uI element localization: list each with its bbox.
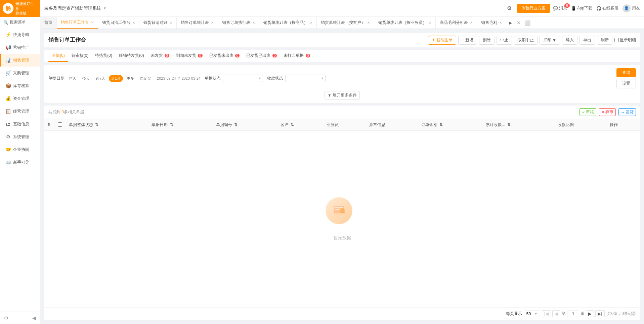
tab-sales-total-customer[interactable]: 销货单统计表（按客户） ✕ xyxy=(317,17,374,29)
sidebar-search[interactable]: 🔍 搜索菜单 xyxy=(0,17,40,28)
unreview-button[interactable]: ✕ 弃审 xyxy=(599,108,616,116)
display-detail-checkbox[interactable]: 显示明细 xyxy=(614,37,636,43)
date-range-display: 2023-02-24 至 2023-03-24 xyxy=(157,76,201,81)
sort-amount-icon[interactable]: ⇅ xyxy=(439,122,443,127)
tab-close-sales-exec[interactable]: ✕ xyxy=(252,21,255,25)
tab-restore-button[interactable]: ⬜ xyxy=(523,20,532,26)
expand-conditions-button[interactable]: ▼ 展开更多条件 xyxy=(325,91,360,99)
filter-tab-overdue-not-shipped[interactable]: 到期未发货 0 xyxy=(173,50,206,62)
sort-collected-icon[interactable]: ⇅ xyxy=(507,122,511,127)
inventory-icon: 📦 xyxy=(5,83,11,89)
sidebar-item-basic[interactable]: 🗂 基础信息 xyxy=(0,118,40,130)
export-button[interactable]: 导出 xyxy=(579,36,595,45)
topbar-settings-icon[interactable]: ⚙ xyxy=(505,4,514,13)
tab-close-sales-gross[interactable]: ✕ xyxy=(499,21,502,25)
logo-text: 畅捷通好生意 标准版 xyxy=(15,1,37,16)
date-today[interactable]: 今天 xyxy=(80,75,92,82)
setting-button[interactable]: 设置 xyxy=(616,79,636,88)
sort-number-icon[interactable]: ⇅ xyxy=(234,122,238,127)
tab-cashreconcile[interactable]: 钱货日清对账 ✕ xyxy=(139,17,177,29)
tab-close-sales-total-customer[interactable]: ✕ xyxy=(367,21,370,25)
sidebar-item-finance[interactable]: 💰 资金管理 xyxy=(0,92,40,105)
finance-icon: 💰 xyxy=(5,95,11,102)
settings-icon[interactable]: ⚙ xyxy=(4,315,8,321)
tab-close-sales-total-product[interactable]: ✕ xyxy=(310,21,312,25)
sidebar-item-purchase[interactable]: 🛒 采购管理 xyxy=(0,67,40,79)
tab-close-sales-workbench[interactable]: ✕ xyxy=(91,21,94,24)
tab-sales-gross[interactable]: 销售毛利 ✕ xyxy=(477,17,506,29)
page-first-button[interactable]: |◀ xyxy=(542,310,551,317)
tab-sales-total-staff[interactable]: 销货单统计表（按业务员） ✕ xyxy=(374,17,436,29)
ship-button[interactable]: → 发货 xyxy=(618,108,636,116)
tab-close-sales-stat[interactable]: ✕ xyxy=(211,21,214,25)
tab-cashday[interactable]: 钱货日清工作台 ✕ xyxy=(98,17,139,29)
delete-button[interactable]: 删除 xyxy=(479,36,495,45)
tab-home[interactable]: 首页 xyxy=(40,17,57,29)
content: 销售订单工作台 ✦ 智能生单 + 新增 删除 中止 取消中止 打印 ▼ 导入 导… xyxy=(40,29,644,324)
online-service-button[interactable]: 🎧 在线客服 xyxy=(596,5,618,11)
collapse-icon[interactable]: ◀ xyxy=(32,315,36,321)
sidebar-item-marketing[interactable]: 📢 营销推广 xyxy=(0,41,40,54)
smart-create-button[interactable]: ✦ 智能生单 xyxy=(428,36,456,45)
filter-tab-all[interactable]: 全部(0) xyxy=(48,50,68,62)
display-detail-input[interactable] xyxy=(614,38,619,42)
page-last-button[interactable]: ▶| xyxy=(595,310,604,317)
refresh-button[interactable]: 刷新 xyxy=(597,36,612,45)
filter-tab-wangpu-pending[interactable]: 旺铺待发货(0) xyxy=(116,50,147,62)
sort-status-icon[interactable]: ⇅ xyxy=(95,122,98,127)
empty-text: 暂无数据 xyxy=(334,235,351,241)
date-more[interactable]: 更多 xyxy=(124,75,136,82)
query-button[interactable]: 查询 xyxy=(616,68,636,77)
shipped-not-out-badge: 0 xyxy=(235,54,240,57)
import-button[interactable]: 导入 xyxy=(562,36,577,45)
stop-button[interactable]: 中止 xyxy=(497,36,512,45)
industry-solution-button[interactable]: 体验行业方案 xyxy=(517,4,550,13)
page-next-button[interactable]: ▶ xyxy=(586,310,594,317)
date-custom[interactable]: 自定义 xyxy=(138,75,154,82)
page-prev-button[interactable]: ◀ xyxy=(552,310,560,317)
tab-more-button[interactable]: ▶ xyxy=(506,21,515,25)
tab-close-product-margin[interactable]: ✕ xyxy=(470,21,473,25)
cancel-stop-button[interactable]: 取消中止 xyxy=(514,36,538,45)
tab-sales-stat[interactable]: 销售订单统计表 ✕ xyxy=(177,17,218,29)
filter-tab-pending-inspect[interactable]: 待拣货(0) xyxy=(92,50,116,62)
filter-tab-shipped-out[interactable]: 已发货已出库 0 xyxy=(243,50,280,62)
date-yesterday[interactable]: 昨天 xyxy=(67,75,79,82)
tab-sales-workbench[interactable]: 销售订单工作台 ✕ xyxy=(57,17,98,29)
print-button[interactable]: 打印 ▼ xyxy=(540,36,560,45)
tab-close-cashreconcile[interactable]: ✕ xyxy=(170,21,172,25)
topbar-title: 装备及固定资产辅助管理系统 ▼ xyxy=(44,5,502,11)
page-size-select[interactable]: 10 20 50 100 xyxy=(525,311,539,317)
date-recent7[interactable]: 近7天 xyxy=(93,75,108,82)
sidebar-item-quicknav[interactable]: ⚡ 快捷导航 xyxy=(0,28,40,41)
sidebar-item-sales[interactable]: 📊 销售管理 xyxy=(0,54,40,67)
date-month1[interactable]: 近1月 xyxy=(109,75,123,82)
notice-button[interactable]: 💬 消息 6 xyxy=(553,5,567,11)
status-select[interactable] xyxy=(223,75,263,82)
payment-select[interactable] xyxy=(285,75,326,82)
sort-date-icon[interactable]: ⇅ xyxy=(170,122,173,127)
tab-sales-exec[interactable]: 销售订单执行表 ✕ xyxy=(218,17,259,29)
filter-tab-shipped-not-out[interactable]: 已发货未出库 0 xyxy=(206,50,243,62)
app-download-button[interactable]: 📱 App下载 xyxy=(571,5,592,11)
sidebar-item-enterprise[interactable]: 🤝 企业协同 xyxy=(0,143,40,156)
sidebar-item-inventory[interactable]: 📦 库存核算 xyxy=(0,79,40,92)
new-button[interactable]: + 新增 xyxy=(458,36,477,45)
tab-close-all-button[interactable]: ✕ xyxy=(515,20,523,26)
review-button[interactable]: ✓ 审核 xyxy=(579,108,596,116)
tab-sales-total-product[interactable]: 销货单统计表（按商品） ✕ xyxy=(259,17,317,29)
sidebar-item-operations[interactable]: 📋 经营管理 xyxy=(0,105,40,118)
filter-tab-pending-review[interactable]: 待审核(0) xyxy=(68,50,92,62)
filter-tab-not-shipped[interactable]: 未发货 0 xyxy=(147,50,173,62)
tab-close-sales-total-staff[interactable]: ✕ xyxy=(429,21,431,25)
filter-tab-unprinted[interactable]: 未打印单据 0 xyxy=(280,50,313,62)
tab-product-margin[interactable]: 商品毛利分析表 ✕ xyxy=(436,17,477,29)
title-dropdown-arrow[interactable]: ▼ xyxy=(103,6,106,10)
select-all-checkbox[interactable] xyxy=(58,122,62,127)
sort-customer-icon[interactable]: ⇅ xyxy=(291,122,294,127)
sidebar-item-newbie[interactable]: 📖 新手引导 xyxy=(0,156,40,169)
tab-close-cashday[interactable]: ✕ xyxy=(132,21,135,25)
page-input[interactable] xyxy=(567,311,579,317)
user-info[interactable]: 👤 用友 xyxy=(622,4,640,12)
sidebar-item-system[interactable]: ⚙ 系统管理 xyxy=(0,130,40,143)
